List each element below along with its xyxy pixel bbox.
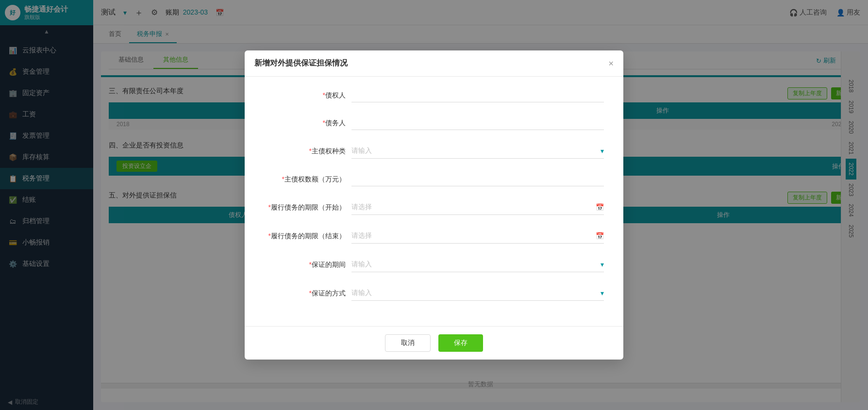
label-creditor: *债权人 <box>264 91 351 100</box>
control-claim_amount <box>351 172 604 186</box>
required-star: * <box>309 147 312 155</box>
calendar-icon-period_start: 📅 <box>596 203 604 211</box>
select-placeholder-guarantee_method: 请输入 <box>351 289 372 297</box>
calendar-icon-period_end: 📅 <box>596 232 604 240</box>
label-guarantee_period: *保证的期间 <box>264 261 351 269</box>
label-period_start: *履行债务的期限（开始） <box>264 203 351 212</box>
form-row-period_start: *履行债务的期限（开始） 请选择 📅 <box>264 200 604 215</box>
label-period_end: *履行债务的期限（结束） <box>264 232 351 241</box>
date-placeholder-period_start: 请选择 <box>351 203 372 212</box>
required-star: * <box>309 261 312 268</box>
date-period_start[interactable]: 请选择 📅 <box>351 200 604 215</box>
required-star: * <box>268 232 271 240</box>
select-guarantee_period[interactable]: 请输入 ▾ <box>351 257 604 272</box>
form-row-claim_type: *主债权种类 请输入 ▾ <box>264 144 604 159</box>
required-star: * <box>282 175 284 183</box>
modal: 新增对外提供保证担保情况 × *债权人*债务人*主债权种类 请输入 ▾ *主债权… <box>245 50 623 360</box>
modal-title: 新增对外提供保证担保情况 <box>254 58 348 68</box>
input-claim_amount[interactable] <box>351 172 604 186</box>
modal-overlay[interactable]: 新增对外提供保证担保情况 × *债权人*债务人*主债权种类 请输入 ▾ *主债权… <box>0 0 868 410</box>
date-placeholder-period_end: 请选择 <box>351 231 372 240</box>
select-placeholder-guarantee_period: 请输入 <box>351 260 372 269</box>
required-star: * <box>268 203 271 211</box>
required-star: * <box>323 119 325 127</box>
save-button[interactable]: 保存 <box>438 334 483 352</box>
label-claim_amount: *主债权数额（万元） <box>264 175 351 184</box>
modal-body: *债权人*债务人*主债权种类 请输入 ▾ *主债权数额（万元）*履行债务的期限（… <box>245 77 623 326</box>
control-creditor <box>351 88 604 102</box>
chevron-down-icon: ▾ <box>601 289 604 297</box>
control-period_start: 请选择 📅 <box>351 200 604 215</box>
select-guarantee_method[interactable]: 请输入 ▾ <box>351 286 604 301</box>
form-row-guarantee_method: *保证的方式 请输入 ▾ <box>264 286 604 301</box>
form-row-debtor: *债务人 <box>264 116 604 130</box>
control-claim_type: 请输入 ▾ <box>351 144 604 159</box>
input-creditor[interactable] <box>351 88 604 102</box>
select-claim_type[interactable]: 请输入 ▾ <box>351 144 604 159</box>
date-period_end[interactable]: 请选择 📅 <box>351 229 604 244</box>
cancel-button[interactable]: 取消 <box>385 334 431 352</box>
modal-header: 新增对外提供保证担保情况 × <box>245 50 623 77</box>
form-row-claim_amount: *主债权数额（万元） <box>264 172 604 186</box>
select-placeholder-claim_type: 请输入 <box>351 147 372 155</box>
required-star: * <box>323 91 325 99</box>
control-debtor <box>351 116 604 130</box>
form-row-guarantee_period: *保证的期间 请输入 ▾ <box>264 257 604 272</box>
label-guarantee_method: *保证的方式 <box>264 289 351 298</box>
chevron-down-icon: ▾ <box>601 147 604 155</box>
form-row-period_end: *履行债务的期限（结束） 请选择 📅 <box>264 229 604 244</box>
modal-footer: 取消 保存 <box>245 326 623 360</box>
label-debtor: *债务人 <box>264 119 351 128</box>
chevron-down-icon: ▾ <box>601 261 604 268</box>
input-debtor[interactable] <box>351 116 604 130</box>
required-star: * <box>309 289 312 297</box>
modal-close-btn[interactable]: × <box>608 59 614 68</box>
form-row-creditor: *债权人 <box>264 88 604 102</box>
control-period_end: 请选择 📅 <box>351 229 604 244</box>
control-guarantee_method: 请输入 ▾ <box>351 286 604 301</box>
control-guarantee_period: 请输入 ▾ <box>351 257 604 272</box>
label-claim_type: *主债权种类 <box>264 147 351 156</box>
